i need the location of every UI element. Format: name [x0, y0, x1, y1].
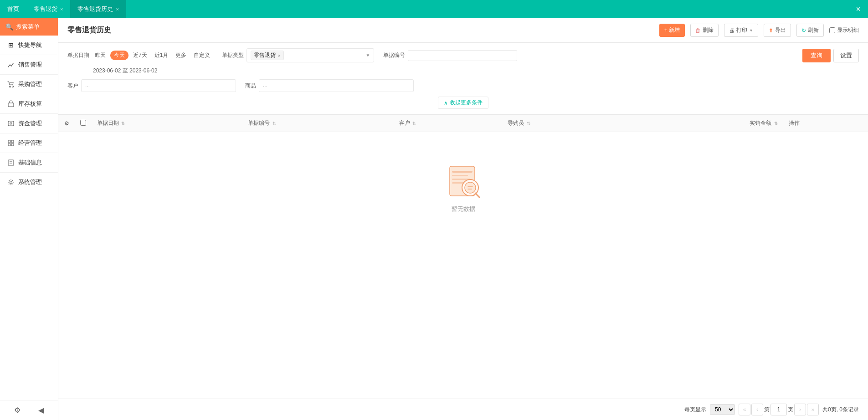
- per-page-label: 每页显示: [684, 406, 706, 414]
- sidebar-search[interactable]: 🔍 搜索菜单: [0, 18, 58, 36]
- refresh-button[interactable]: ↻ 刷新: [796, 24, 824, 37]
- th-customer[interactable]: 客户 ⇅: [394, 115, 502, 132]
- sidebar-item-inventory[interactable]: 库存核算: [0, 94, 58, 114]
- sidebar-item-label: 系统管理: [18, 178, 42, 186]
- th-amount[interactable]: 实销金额 ⇅: [632, 115, 783, 132]
- export-button-label: 导出: [775, 26, 786, 34]
- tab-home-label: 首页: [7, 5, 19, 13]
- collapse-button[interactable]: ∧ 收起更多条件: [438, 97, 488, 109]
- sidebar-item-system[interactable]: 系统管理: [0, 173, 58, 192]
- customer-input[interactable]: ...: [81, 79, 236, 92]
- table-body: 暂无数据: [58, 132, 868, 232]
- page-label: 第: [764, 406, 770, 414]
- date-filter-item: 单据日期 昨天 今天 近7天 近1月 更多 自定义: [67, 51, 213, 60]
- sort-amount-icon: ⇅: [774, 121, 778, 126]
- date-btn-custom[interactable]: 自定义: [191, 51, 213, 60]
- date-filter-label: 单据日期: [67, 51, 89, 59]
- pagination-nav: « ‹ 第 页 › »: [739, 404, 819, 415]
- show-detail-toggle[interactable]: 显示明细: [829, 26, 859, 34]
- svg-rect-3: [8, 121, 14, 126]
- type-filter-tag: 零售退货 ×: [251, 51, 283, 60]
- goods-placeholder: ...: [263, 82, 267, 88]
- type-tag-text: 零售退货: [254, 51, 276, 59]
- svg-point-4: [10, 123, 12, 124]
- sort-voucher-icon: ⇅: [272, 121, 276, 126]
- settings-bottom-icon[interactable]: ⚙: [14, 406, 21, 415]
- sales-icon: [7, 61, 15, 68]
- voucher-input-box: [408, 50, 517, 61]
- finance-icon: [7, 120, 15, 127]
- tab-retail-return-history[interactable]: 零售退货历史 ×: [70, 0, 126, 18]
- export-icon: ⬆: [769, 27, 773, 34]
- th-voucher[interactable]: 单据编号 ⇅: [242, 115, 393, 132]
- window-close-button[interactable]: ×: [856, 5, 861, 13]
- goods-input[interactable]: ...: [259, 79, 414, 92]
- print-button[interactable]: 🖨 打印 ▼: [724, 24, 758, 37]
- sidebar: 🔍 搜索菜单 ⊞ 快捷导航 销售管理 采购管: [0, 18, 58, 420]
- new-button[interactable]: + 新增: [659, 24, 685, 37]
- svg-point-19: [465, 182, 476, 193]
- sidebar-item-operations[interactable]: 经营管理: [0, 133, 58, 153]
- svg-rect-15: [452, 175, 468, 176]
- tab-retail-return-close[interactable]: ×: [60, 6, 63, 12]
- date-btn-1month[interactable]: 近1月: [152, 51, 171, 60]
- sidebar-item-label: 销售管理: [18, 61, 42, 69]
- table-header-row: ⚙ 单据日期 ⇅ 单据编号 ⇅: [58, 115, 868, 132]
- tab-retail-return-history-close[interactable]: ×: [116, 6, 118, 12]
- date-btn-yesterday[interactable]: 昨天: [92, 51, 108, 60]
- th-voucher-label: 单据编号: [248, 120, 270, 126]
- delete-button[interactable]: 🗑 删除: [690, 24, 719, 37]
- search-icon: 🔍: [5, 23, 13, 31]
- prev-page-button[interactable]: ‹: [751, 404, 763, 415]
- next-page-button[interactable]: ›: [794, 404, 806, 415]
- top-tabs: 首页 零售退货 × 零售退货历史 ×: [0, 0, 848, 18]
- tab-home[interactable]: 首页: [0, 0, 26, 18]
- type-filter-select[interactable]: 零售退货 × ▼: [247, 48, 374, 62]
- print-icon: 🖨: [729, 27, 734, 34]
- date-btn-7days[interactable]: 近7天: [130, 51, 150, 60]
- sidebar-item-finance[interactable]: 资金管理: [0, 114, 58, 133]
- per-page-select[interactable]: 10 20 50 100: [710, 404, 735, 415]
- top-bar-right: ×: [848, 5, 868, 13]
- first-page-button[interactable]: «: [739, 404, 750, 415]
- filter-row-2: 2023-06-02 至 2023-06-02: [67, 67, 859, 75]
- date-btn-more[interactable]: 更多: [173, 51, 189, 60]
- sidebar-item-purchase[interactable]: 采购管理: [0, 75, 58, 94]
- type-tag-close[interactable]: ×: [277, 53, 280, 58]
- svg-rect-8: [11, 143, 14, 146]
- customer-placeholder: ...: [85, 82, 90, 88]
- show-detail-label: 显示明细: [837, 26, 859, 34]
- page-title: 零售退货历史: [67, 26, 111, 35]
- customer-filter-label: 客户: [67, 82, 78, 90]
- tab-retail-return-label: 零售退货: [34, 5, 57, 13]
- query-button[interactable]: 查询: [802, 49, 831, 62]
- last-page-button[interactable]: »: [807, 404, 819, 415]
- settings-button[interactable]: 设置: [833, 49, 859, 62]
- type-select-arrow: ▼: [365, 53, 370, 58]
- goods-filter-label: 商品: [245, 82, 256, 90]
- th-guide-label: 导购员: [508, 120, 524, 126]
- th-guide[interactable]: 导购员 ⇅: [502, 115, 632, 132]
- sidebar-item-sales[interactable]: 销售管理: [0, 55, 58, 75]
- export-button[interactable]: ⬆ 导出: [764, 24, 791, 37]
- goods-filter-item: 商品 ...: [245, 79, 414, 92]
- svg-rect-2: [8, 103, 14, 107]
- sidebar-item-basic-info[interactable]: 基础信息: [0, 153, 58, 173]
- sidebar-search-label: 搜索菜单: [16, 23, 40, 31]
- tab-retail-return[interactable]: 零售退货 ×: [26, 0, 70, 18]
- page-input[interactable]: [770, 404, 787, 415]
- th-date[interactable]: 单据日期 ⇅: [92, 115, 242, 132]
- th-settings[interactable]: ⚙: [58, 115, 75, 132]
- select-all-checkbox[interactable]: [80, 120, 86, 126]
- date-btn-today[interactable]: 今天: [110, 51, 128, 60]
- collapse-sidebar-icon[interactable]: ◀: [38, 406, 44, 415]
- tab-retail-return-history-label: 零售退货历史: [77, 5, 113, 13]
- sort-guide-icon: ⇅: [527, 121, 530, 126]
- sidebar-item-label: 库存核算: [18, 100, 42, 108]
- system-icon: [7, 179, 15, 186]
- sidebar-item-quick-nav[interactable]: ⊞ 快捷导航: [0, 36, 58, 55]
- th-checkbox[interactable]: [75, 115, 92, 132]
- show-detail-checkbox[interactable]: [829, 27, 835, 33]
- th-customer-label: 客户: [399, 120, 410, 126]
- voucher-input[interactable]: [412, 52, 513, 59]
